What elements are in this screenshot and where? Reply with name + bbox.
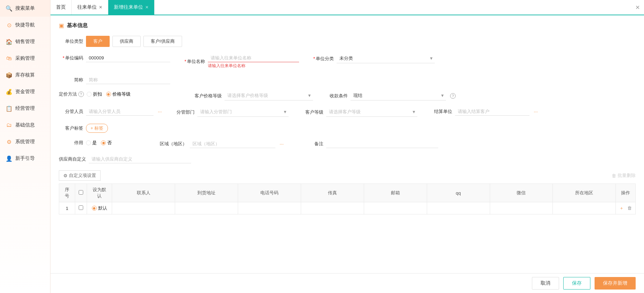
unit-type-row: 单位类型 客户 供应商 客户/供应商 — [59, 36, 636, 47]
contact-input[interactable] — [116, 206, 171, 211]
disabled-radio-group: 是 否 — [86, 140, 112, 146]
tab-partner-label: 往来单位 — [77, 4, 97, 10]
search-icon: 🔍 — [6, 5, 13, 12]
field-unit-name: *单位名称 请输入往来单位名称 — [181, 54, 299, 69]
unit-type-customer[interactable]: 客户 — [86, 36, 110, 47]
supervisor-more-btn[interactable]: ··· — [156, 109, 163, 114]
cancel-button[interactable]: 取消 — [532, 277, 559, 290]
customer-tag-label: 客户标签 — [59, 125, 83, 131]
row-delete-button[interactable]: 🗑 — [627, 205, 632, 211]
custom-settings-button[interactable]: ⚙ 自定义项设置 — [59, 170, 101, 181]
row-customer-tag: 客户标签 + 标签 — [59, 124, 636, 133]
disabled-label: 停用 — [59, 140, 83, 146]
field-remark: 备注 — [299, 140, 438, 148]
pricing-radio-level — [106, 92, 111, 97]
trash-icon: 🗑 — [612, 173, 616, 178]
sidebar-item-basic-info[interactable]: 🗂 基础信息 — [0, 117, 50, 133]
batch-delete-label: 批量删除 — [618, 172, 636, 179]
pricing-option-discount[interactable]: 折扣 — [87, 91, 102, 97]
cell-region — [553, 202, 616, 214]
sidebar-item-purchase[interactable]: 🛍 采购管理 — [0, 50, 50, 67]
payment-terms-help-icon[interactable]: ? — [450, 93, 456, 99]
select-all-checkbox[interactable] — [79, 190, 83, 195]
tab-new-partner[interactable]: 新增往来单位 ✕ — [108, 0, 155, 15]
unit-name-input[interactable] — [208, 54, 299, 62]
contact-table: 序号 设为默认 联系人 到货地址 电话号码 传真 邮箱 qq 微信 所在地区 操… — [59, 184, 636, 214]
tab-new-partner-close[interactable]: ✕ — [145, 5, 149, 10]
sidebar-item-guide[interactable]: 👤 新手引导 — [0, 150, 50, 167]
window-close-button[interactable]: ✕ — [635, 4, 640, 11]
short-name-input[interactable] — [86, 76, 170, 84]
unit-category-chevron: ▼ — [429, 56, 433, 61]
unit-category-value: 未分类 — [339, 55, 429, 62]
field-unit-category: *单位分类 未分类 ▼ — [309, 54, 435, 63]
sidebar-item-finance[interactable]: 💰 资金管理 — [0, 83, 50, 100]
unit-name-label: *单位名称 — [181, 58, 205, 65]
sidebar-item-operations[interactable]: 📋 经营管理 — [0, 100, 50, 117]
customer-price-level-select[interactable]: 请选择客户价格等级 ▼ — [225, 91, 313, 100]
main-area: 首页 往来单位 ✕ 新增往来单位 ✕ ✕ ▣ 基本信息 单位类型 客户 供应商 … — [50, 0, 644, 293]
region-input[interactable] — [556, 206, 612, 211]
tab-bar: 首页 往来单位 ✕ 新增往来单位 ✕ ✕ — [50, 0, 644, 15]
customer-price-level-label: 客户价格等级 — [195, 93, 222, 99]
short-name-label: 简称 — [59, 77, 83, 83]
tab-partner[interactable]: 往来单位 ✕ — [72, 0, 108, 15]
save-button[interactable]: 保存 — [563, 277, 590, 290]
supervisor-label: 分管人员 — [59, 108, 83, 115]
add-tag-button[interactable]: + 标签 — [86, 124, 108, 133]
phone-input[interactable] — [242, 206, 297, 211]
settlement-unit-input[interactable] — [455, 107, 529, 116]
unit-name-error: 请输入往来单位名称 — [208, 63, 299, 69]
sidebar-item-label: 采购管理 — [15, 55, 35, 62]
sidebar-item-search[interactable]: 🔍 搜索菜单 — [0, 0, 50, 17]
unit-category-select[interactable]: 未分类 ▼ — [337, 54, 435, 63]
qq-input[interactable] — [431, 206, 486, 211]
remark-label: 备注 — [299, 141, 323, 147]
fax-input[interactable] — [305, 206, 360, 211]
address-input[interactable] — [179, 206, 234, 211]
payment-terms-value: 现结 — [353, 92, 440, 99]
tab-partner-close[interactable]: ✕ — [99, 5, 102, 10]
sidebar-item-inventory[interactable]: 📦 库存核算 — [0, 67, 50, 83]
save-add-button[interactable]: 保存并新增 — [595, 277, 636, 290]
purchase-icon: 🛍 — [6, 55, 13, 62]
pricing-level-label: 价格等级 — [112, 91, 131, 97]
supervisor-input[interactable] — [86, 107, 154, 116]
pricing-option-level[interactable]: 价格等级 — [106, 91, 131, 97]
row-add-button[interactable]: ＋ — [619, 205, 624, 211]
cell-action: ＋ 🗑 — [616, 202, 636, 214]
system-icon: ⚙ — [6, 138, 13, 145]
row-disabled-region-remark: 停用 是 否 区域（地区） — [59, 140, 636, 148]
unit-type-supplier[interactable]: 供应商 — [112, 36, 141, 47]
unit-type-both[interactable]: 客户/供应商 — [143, 36, 182, 47]
sidebar-item-sales[interactable]: 🏠 销售管理 — [0, 33, 50, 50]
wechat-input[interactable] — [494, 206, 549, 211]
remark-input[interactable] — [326, 140, 438, 148]
disabled-yes[interactable]: 是 — [86, 140, 97, 146]
supplier-custom-input[interactable] — [89, 155, 191, 163]
sidebar-item-quick-nav[interactable]: ⊙ 快捷导航 — [0, 17, 50, 33]
default-radio-item[interactable]: 默认 — [91, 205, 108, 211]
col-wechat: 微信 — [490, 184, 553, 202]
col-qq: qq — [427, 184, 490, 202]
row-short-name: 简称 — [59, 76, 636, 84]
tab-home[interactable]: 首页 — [50, 0, 72, 15]
disabled-no[interactable]: 否 — [101, 140, 112, 146]
row-checkbox[interactable] — [79, 205, 83, 210]
batch-delete-button[interactable]: 🗑 批量删除 — [612, 172, 636, 179]
table-header: ⚙ 自定义项设置 🗑 批量删除 — [59, 170, 636, 181]
pricing-help-icon[interactable]: ? — [78, 91, 84, 97]
sidebar-item-label: 系统管理 — [15, 139, 35, 145]
region-input[interactable] — [190, 140, 275, 148]
region-more-btn[interactable]: ··· — [278, 141, 285, 147]
cell-checkbox — [75, 202, 87, 214]
dept-select[interactable]: 请输入分管部门 ▼ — [197, 107, 289, 117]
sidebar-item-system[interactable]: ⚙ 系统管理 — [0, 133, 50, 150]
customer-level-select[interactable]: 请选择客户等级 ▼ — [326, 107, 417, 117]
field-region: 区域（地区） ··· — [160, 140, 285, 148]
email-input[interactable] — [368, 206, 423, 211]
section-header: ▣ 基本信息 — [59, 22, 636, 29]
payment-terms-select[interactable]: 现结 ▼ — [351, 91, 446, 100]
unit-code-input[interactable] — [86, 54, 170, 62]
settlement-more-btn[interactable]: ··· — [532, 109, 539, 114]
